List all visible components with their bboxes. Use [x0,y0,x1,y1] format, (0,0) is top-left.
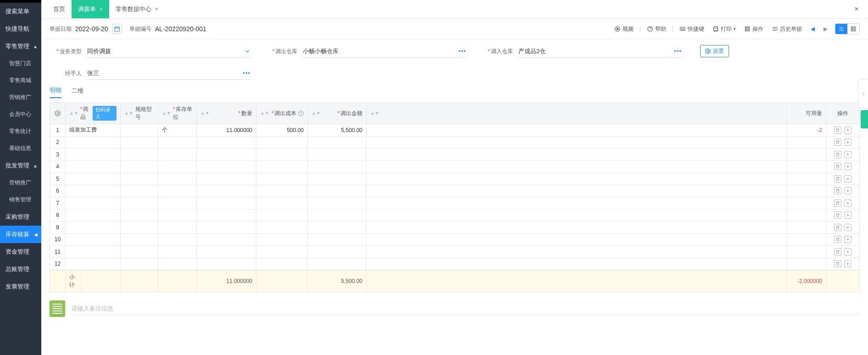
field-out-warehouse: 调出仓库 小畅小畅仓库 ••• [265,45,467,58]
in-warehouse-picker[interactable]: 产成品2仓 ••• [517,45,683,58]
svg-rect-11 [854,29,856,31]
add-row-icon[interactable] [844,187,851,194]
table-row[interactable]: 8 [50,210,859,222]
delete-row-icon[interactable] [834,127,841,134]
delete-row-icon[interactable] [834,175,841,183]
delete-row-icon[interactable] [834,200,841,207]
ellipsis-icon: ••• [674,48,682,55]
svg-rect-4 [745,27,747,28]
add-row-icon[interactable] [844,139,851,146]
sidebar-retail-stats[interactable]: 零售统计 [0,123,41,140]
col-unit[interactable]: ▲▼库存单位 [158,103,197,124]
tab-retail-center[interactable]: 零售数据中心× [109,0,165,18]
table-row[interactable]: 5 [50,173,859,185]
delete-row-icon[interactable] [834,187,841,194]
col-spec[interactable]: ▲▼规格型号 [121,103,158,124]
sidebar-ws-sales[interactable]: 销售管理 [0,191,41,208]
view-grid-icon[interactable] [847,24,859,34]
sidebar-members[interactable]: 会员中心 [0,106,41,123]
table-row[interactable]: 11 [50,246,859,258]
svg-rect-0 [114,27,119,31]
tab-transfer-order[interactable]: 调拨单× [72,0,109,18]
history-button[interactable]: 历史单据 [769,24,805,34]
add-row-icon[interactable] [844,200,851,207]
delete-row-icon[interactable] [834,151,841,158]
remark-input[interactable] [72,302,860,315]
help-link[interactable]: 帮助 [644,24,669,34]
col-blank[interactable]: ▲▼ [367,103,787,124]
right-rail-handle[interactable]: ‹ [858,79,868,108]
sidebar-retail-group[interactable]: 零售管理▲ [0,38,41,55]
table-row[interactable]: 7 [50,197,859,210]
grid-gear-button[interactable] [50,103,66,124]
right-rail-tab[interactable] [861,110,868,128]
add-row-icon[interactable] [844,236,851,243]
close-icon[interactable]: × [155,6,158,12]
note-icon [50,300,65,317]
sidebar-basic-info[interactable]: 基础信息 [0,140,41,157]
delete-row-icon[interactable] [834,248,841,255]
add-row-icon[interactable] [844,151,851,158]
delete-row-icon[interactable] [834,260,841,267]
ops-button[interactable]: 操作 [741,24,766,34]
sidebar-invoice[interactable]: 发票管理 [0,278,41,295]
sidebar-smart-store[interactable]: 智慧门店 [0,55,41,72]
table-row[interactable]: 3 [50,149,859,161]
col-available[interactable]: 可用量 [787,103,826,124]
calendar-icon[interactable] [112,24,122,34]
grid-header: ▲▼商品扫码录入 ▲▼规格型号 ▲▼库存单位 ▲▼数量 ▲▼调出成本? ▲▼调出… [50,103,859,124]
svg-rect-5 [748,27,750,28]
sidebar-funds[interactable]: 资金管理 [0,243,41,261]
table-row[interactable]: 10 [50,234,859,246]
sidebar-ledger[interactable]: 总账管理 [0,261,41,278]
delete-row-icon[interactable] [834,139,841,146]
col-cost[interactable]: ▲▼调出成本? [256,103,308,124]
settings-button[interactable]: 设置 [700,45,729,57]
doc-date-value[interactable]: 2022-09-20 [75,25,108,33]
col-product[interactable]: ▲▼商品扫码录入 [66,103,121,124]
table-row[interactable]: 6 [50,185,859,198]
table-row[interactable]: 4 [50,161,859,173]
handler-picker[interactable]: 张三 ••• [86,67,251,80]
add-row-icon[interactable] [844,211,851,219]
subtab-2d[interactable]: 二维 [72,87,83,98]
add-row-icon[interactable] [844,260,851,267]
delete-row-icon[interactable] [834,224,841,231]
table-row[interactable]: 9 [50,222,859,234]
add-row-icon[interactable] [844,127,851,134]
add-row-icon[interactable] [844,248,851,255]
sidebar-retail-mall[interactable]: 零售商城 [0,72,41,89]
sidebar-purchase[interactable]: 采购管理 [0,208,41,226]
add-row-icon[interactable] [844,175,851,183]
delete-row-icon[interactable] [834,211,841,219]
sidebar-search[interactable]: 搜索菜单 [0,3,41,20]
sidebar-ws-marketing[interactable]: 营销推广 [0,174,41,191]
print-button[interactable]: 打印▾ [710,24,739,34]
col-qty[interactable]: ▲▼数量 [197,103,256,124]
table-row[interactable]: 12 [50,258,859,271]
biz-type-select[interactable]: 同价调拨 [86,45,251,58]
detail-grid: ▲▼商品扫码录入 ▲▼规格型号 ▲▼库存单位 ▲▼数量 ▲▼调出成本? ▲▼调出… [50,102,860,292]
sidebar-wholesale-group[interactable]: 批发管理▲ [0,157,41,174]
delete-row-icon[interactable] [834,163,841,170]
sidebar-quicknav[interactable]: 快捷导航 [0,20,41,38]
table-row[interactable]: 2 [50,137,859,149]
video-link[interactable]: 视频 [612,24,636,34]
sidebar-marketing[interactable]: 营销推广 [0,89,41,106]
view-list-icon[interactable] [835,24,847,34]
add-row-icon[interactable] [844,224,851,231]
next-doc-button[interactable]: ▶ [820,24,830,34]
close-icon[interactable]: × [100,6,103,12]
scan-entry-button[interactable]: 扫码录入 [93,106,117,121]
tabs-close-all[interactable]: × [851,4,862,14]
shortcut-link[interactable]: 快捷键 [677,24,707,34]
subtab-detail[interactable]: 明细 [50,86,61,98]
tab-home[interactable]: 首页 [47,0,72,18]
table-row[interactable]: 1组装加工费个11.000000500.005,500.00-2 [50,124,859,137]
delete-row-icon[interactable] [834,236,841,243]
out-warehouse-picker[interactable]: 小畅小畅仓库 ••• [302,45,467,58]
add-row-icon[interactable] [844,163,851,170]
sidebar-inventory[interactable]: 库存核算◀ [0,226,41,243]
prev-doc-button[interactable]: ◀ [807,24,818,34]
col-amount[interactable]: ▲▼调出金额 [308,103,367,124]
